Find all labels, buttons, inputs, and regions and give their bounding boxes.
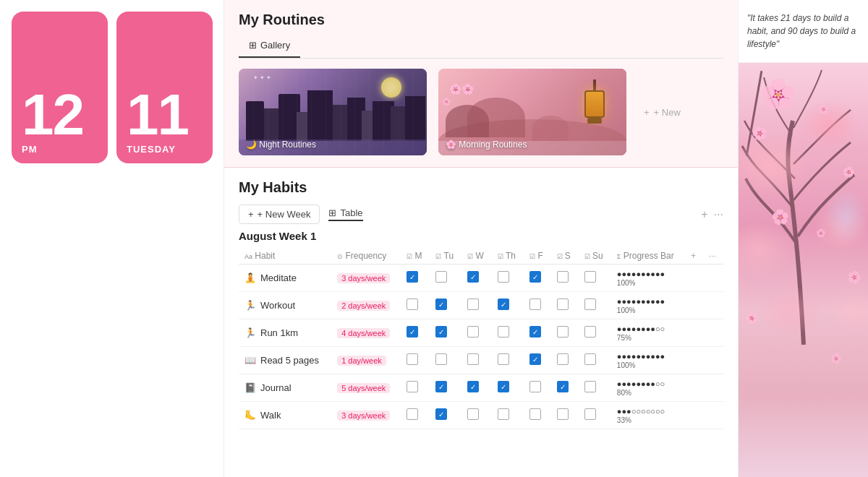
checkbox-w[interactable]	[467, 271, 479, 283]
tab-gallery[interactable]: ⊞ Gallery	[239, 35, 300, 58]
day-cell-m[interactable]	[401, 292, 430, 319]
day-cell-w[interactable]	[461, 265, 492, 292]
progress-cell: ●●●●●●●●●● 100%	[611, 265, 685, 292]
day-cell-s[interactable]	[551, 347, 579, 374]
day-cell-tu[interactable]	[430, 319, 461, 347]
gallery-new-button[interactable]: + + New	[638, 101, 686, 124]
day-cell-tu[interactable]	[430, 374, 461, 402]
day-cell-su[interactable]	[579, 347, 611, 374]
checkbox-su[interactable]	[584, 271, 596, 283]
checkbox-s[interactable]	[557, 326, 569, 338]
day-cell-w[interactable]	[461, 347, 492, 374]
checkbox-w[interactable]	[467, 326, 479, 338]
checkbox-f[interactable]	[529, 326, 541, 338]
day-cell-s[interactable]	[551, 319, 579, 347]
day-cell-m[interactable]	[401, 374, 430, 402]
checkbox-m[interactable]	[407, 353, 418, 365]
new-week-button[interactable]: + + New Week	[239, 205, 320, 224]
checkbox-w[interactable]	[467, 408, 479, 420]
day-cell-tu[interactable]	[430, 347, 461, 374]
checkbox-tu[interactable]	[435, 271, 447, 283]
checkbox-f[interactable]	[529, 353, 541, 365]
checkbox-m[interactable]	[407, 271, 418, 283]
day-cell-s[interactable]	[551, 374, 579, 402]
sidebar-cherry-image: 🌸 🌸 🌸 🌸 🌸 🌸 🌸 🌸	[739, 63, 868, 477]
day-cell-w[interactable]	[461, 374, 492, 402]
checkbox-w[interactable]	[467, 381, 479, 392]
day-cell-m[interactable]	[401, 319, 430, 347]
frequency-cell: 1 day/week	[331, 347, 401, 374]
checkbox-th[interactable]	[498, 381, 509, 392]
day-cell-w[interactable]	[461, 402, 492, 429]
morning-routines-card[interactable]: 🌸🌸 🌸 🌸 Morning Routines	[438, 69, 626, 155]
checkbox-tu[interactable]	[435, 298, 447, 310]
checkbox-w[interactable]	[467, 353, 479, 365]
day-cell-m[interactable]	[401, 265, 430, 292]
checkbox-tu[interactable]	[435, 381, 447, 392]
checkbox-su[interactable]	[584, 326, 596, 338]
day-cell-th[interactable]	[492, 292, 524, 319]
day-cell-tu[interactable]	[430, 402, 461, 429]
progress-cell: ●●●●●●●●●● 100%	[611, 347, 685, 374]
day-cell-s[interactable]	[551, 402, 579, 429]
checkbox-s[interactable]	[557, 381, 569, 392]
checkbox-th[interactable]	[498, 298, 509, 310]
checkbox-f[interactable]	[529, 271, 541, 283]
checkbox-tu[interactable]	[435, 353, 447, 365]
day-cell-tu[interactable]	[430, 292, 461, 319]
day-cell-s[interactable]	[551, 265, 579, 292]
checkbox-m[interactable]	[407, 298, 418, 310]
checkbox-s[interactable]	[557, 353, 569, 365]
checkbox-th[interactable]	[498, 271, 509, 283]
night-routines-card[interactable]: ✦ ✦ ✦	[239, 69, 427, 155]
day-cell-f[interactable]	[524, 402, 550, 429]
col-add[interactable]: +	[685, 248, 703, 265]
day-cell-su[interactable]	[579, 374, 611, 402]
checkbox-th[interactable]	[498, 353, 509, 365]
day-cell-th[interactable]	[492, 374, 524, 402]
checkbox-su[interactable]	[584, 408, 596, 420]
checkbox-f[interactable]	[529, 298, 541, 310]
day-cell-s[interactable]	[551, 292, 579, 319]
table-view-button[interactable]: ⊞ Table	[328, 207, 362, 221]
checkbox-tu[interactable]	[435, 326, 447, 338]
day-cell-f[interactable]	[524, 292, 550, 319]
day-cell-th[interactable]	[492, 319, 524, 347]
day-cell-f[interactable]	[524, 265, 550, 292]
checkbox-m[interactable]	[407, 326, 418, 338]
day-cell-f[interactable]	[524, 374, 550, 402]
checkbox-m[interactable]	[407, 408, 418, 420]
table-row: 📖 Read 5 pages 1 day/week ●●●●●●●●●● 100…	[239, 347, 723, 374]
checkbox-th[interactable]	[498, 408, 509, 420]
checkbox-s[interactable]	[557, 408, 569, 420]
day-cell-su[interactable]	[579, 402, 611, 429]
checkbox-s[interactable]	[557, 298, 569, 310]
day-cell-su[interactable]	[579, 292, 611, 319]
checkbox-tu[interactable]	[435, 408, 447, 420]
day-cell-f[interactable]	[524, 347, 550, 374]
day-cell-f[interactable]	[524, 319, 550, 347]
checkbox-su[interactable]	[584, 381, 596, 392]
checkbox-su[interactable]	[584, 353, 596, 365]
day-cell-su[interactable]	[579, 265, 611, 292]
checkbox-s[interactable]	[557, 271, 569, 283]
checkbox-w[interactable]	[467, 298, 479, 310]
checkbox-f[interactable]	[529, 408, 541, 420]
more-options-icon[interactable]: ···	[714, 208, 723, 221]
add-column-icon[interactable]: +	[701, 208, 707, 221]
checkbox-m[interactable]	[407, 381, 418, 392]
day-cell-w[interactable]	[461, 319, 492, 347]
day-cell-th[interactable]	[492, 347, 524, 374]
checkbox-th[interactable]	[498, 326, 509, 338]
day-cell-th[interactable]	[492, 402, 524, 429]
day-cell-tu[interactable]	[430, 265, 461, 292]
col-more[interactable]: ···	[703, 248, 723, 265]
day-cell-m[interactable]	[401, 402, 430, 429]
checkbox-su[interactable]	[584, 298, 596, 310]
checkbox-f[interactable]	[529, 381, 541, 392]
day-cell-m[interactable]	[401, 347, 430, 374]
day-cell-su[interactable]	[579, 319, 611, 347]
frequency-cell: 4 days/week	[331, 319, 401, 347]
day-cell-th[interactable]	[492, 265, 524, 292]
day-cell-w[interactable]	[461, 292, 492, 319]
